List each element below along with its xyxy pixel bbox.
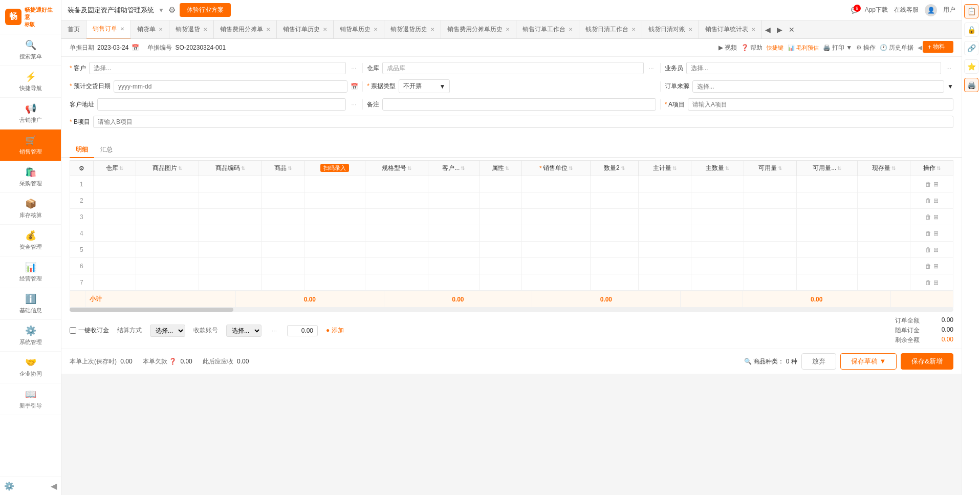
detail-tab-0[interactable]: 明细 <box>70 142 94 158</box>
rs-btn-3[interactable]: 🔗 <box>964 41 978 55</box>
save-new-button[interactable]: 保存&新增 <box>901 353 953 370</box>
sort-icon-unit[interactable]: ⇅ <box>569 165 573 171</box>
cell-row1-action[interactable]: 🗑⊞ <box>910 176 953 192</box>
date-picker-icon[interactable]: 📅 <box>132 44 139 51</box>
profit-btn[interactable]: 📊 毛利预估 <box>788 44 819 52</box>
shortcut-btn[interactable]: 快捷键 <box>767 44 783 52</box>
remark-input[interactable] <box>382 98 656 111</box>
delivery-input[interactable] <box>114 80 347 93</box>
tab-close-all-btn[interactable]: ✕ <box>786 26 798 34</box>
tab-close-1[interactable]: ✕ <box>120 26 124 32</box>
sidebar-item-5[interactable]: 📦库存核算 <box>0 193 61 225</box>
tab-close-6[interactable]: ✕ <box>374 27 378 32</box>
tab-close-10[interactable]: ✕ <box>631 27 636 32</box>
order-source-dropdown-icon[interactable]: ▼ <box>947 83 953 90</box>
discard-button[interactable]: 放弃 <box>801 353 836 370</box>
tab-1[interactable]: 销售订单✕ <box>86 20 131 39</box>
delete-icon-row6[interactable]: 🗑 <box>925 263 931 270</box>
sort-icon-main_unit[interactable]: ⇅ <box>672 165 677 171</box>
copy-icon-row5[interactable]: ⊞ <box>933 246 939 253</box>
system-dropdown-icon[interactable]: ▼ <box>158 7 164 14</box>
delete-icon-row2[interactable]: 🗑 <box>925 197 931 204</box>
sidebar-item-8[interactable]: ℹ️基础信息 <box>0 288 61 320</box>
tab-2[interactable]: 销货单✕ <box>131 20 169 39</box>
copy-icon-row1[interactable]: ⊞ <box>933 181 939 188</box>
online-service-link[interactable]: 在线客服 <box>894 6 919 14</box>
sort-icon-customer_code[interactable]: ⇅ <box>461 165 465 171</box>
sort-icon-available2[interactable]: ⇅ <box>837 165 841 171</box>
copy-icon-row3[interactable]: ⊞ <box>933 213 939 221</box>
prev-record-icon[interactable]: ◀ <box>918 44 922 51</box>
tab-9[interactable]: 销售订单工作台✕ <box>516 20 579 39</box>
salesperson-more-icon[interactable]: ··· <box>944 64 953 72</box>
sidebar-item-7[interactable]: 📊经营管理 <box>0 256 61 288</box>
sidebar-item-10[interactable]: 🤝企业协同 <box>0 352 61 383</box>
solution-button[interactable]: 体验行业方案 <box>180 3 231 17</box>
sort-icon-qty2[interactable]: ⇅ <box>621 165 625 171</box>
copy-icon-row2[interactable]: ⊞ <box>933 197 939 204</box>
tab-5[interactable]: 销售订单历史✕ <box>277 20 334 39</box>
help-btn[interactable]: ❓ 帮助 <box>741 44 763 52</box>
tab-close-9[interactable]: ✕ <box>569 27 573 32</box>
date-value[interactable]: 2023-03-24 <box>97 44 128 51</box>
b-project-input[interactable] <box>93 116 953 128</box>
tab-7[interactable]: 销货退货历史✕ <box>384 20 441 39</box>
detail-tab-1[interactable]: 汇总 <box>94 142 119 158</box>
rs-btn-1[interactable]: 📋 <box>964 4 978 18</box>
cell-row3-action[interactable]: 🗑⊞ <box>910 209 953 225</box>
one-click-label[interactable]: 一键收订金 <box>70 326 109 335</box>
sort-icon-spec[interactable]: ⇅ <box>407 165 411 171</box>
video-btn[interactable]: ▶ 视频 <box>718 44 737 52</box>
print-btn[interactable]: 🖨️ 打印 ▼ <box>823 44 852 52</box>
operation-btn[interactable]: ⚙ 操作 <box>856 44 876 52</box>
col-settings-icon[interactable]: ⚙ <box>79 165 84 172</box>
delete-icon-row3[interactable]: 🗑 <box>925 213 931 221</box>
sort-icon-available[interactable]: ⇅ <box>778 165 782 171</box>
account-select[interactable]: 选择... <box>226 325 262 337</box>
sort-icon-image[interactable]: ⇅ <box>178 165 182 171</box>
materials-btn[interactable]: + 物料 <box>923 41 953 53</box>
invoice-select[interactable]: 不开票 ▼ <box>399 79 450 93</box>
tab-close-5[interactable]: ✕ <box>323 27 327 32</box>
warehouse-input[interactable] <box>382 62 643 74</box>
cell-row5-action[interactable]: 🗑⊞ <box>910 242 953 258</box>
payment-select[interactable]: 选择... <box>150 325 185 337</box>
cell-row7-action[interactable]: 🗑⊞ <box>910 274 953 291</box>
sort-icon-main_qty[interactable]: ⇅ <box>725 165 729 171</box>
sort-icon-action[interactable]: ⇅ <box>937 165 941 171</box>
delete-icon-row4[interactable]: 🗑 <box>925 230 931 237</box>
sidebar-item-6[interactable]: 💰资金管理 <box>0 225 61 256</box>
address-input[interactable] <box>97 98 346 111</box>
tab-8[interactable]: 销售费用分摊单历史✕ <box>441 20 516 39</box>
tab-close-2[interactable]: ✕ <box>159 27 163 32</box>
sidebar-item-1[interactable]: ⚡快捷导航 <box>0 66 61 98</box>
rs-btn-5[interactable]: 🖨️ <box>964 78 978 92</box>
tab-close-8[interactable]: ✕ <box>506 27 510 32</box>
copy-icon-row7[interactable]: ⊞ <box>933 279 939 286</box>
delete-icon-row7[interactable]: 🗑 <box>925 279 931 286</box>
delete-icon-row5[interactable]: 🗑 <box>925 246 931 253</box>
salesperson-input[interactable] <box>686 62 941 74</box>
delivery-calendar-icon[interactable]: 📅 <box>351 83 358 90</box>
sidebar-item-0[interactable]: 🔍搜索菜单 <box>0 34 61 66</box>
tab-6[interactable]: 销货单历史✕ <box>334 20 384 39</box>
order-source-input[interactable] <box>692 80 944 93</box>
history-btn[interactable]: 🕐 历史单据 <box>880 44 913 52</box>
customer-more-icon[interactable]: ··· <box>349 64 358 72</box>
customer-input[interactable] <box>89 62 346 74</box>
tab-4[interactable]: 销售费用分摊单✕ <box>214 20 277 39</box>
sort-icon-current[interactable]: ⇅ <box>891 165 896 171</box>
sidebar-item-2[interactable]: 📢营销推广 <box>0 98 61 130</box>
tab-10[interactable]: 钱货日清工作台✕ <box>579 20 642 39</box>
cell-row2-action[interactable]: 🗑⊞ <box>910 192 953 209</box>
sort-icon-attr[interactable]: ⇅ <box>505 165 509 171</box>
message-badge[interactable]: 💬 9 <box>851 7 859 14</box>
tab-close-4[interactable]: ✕ <box>266 27 270 32</box>
rs-btn-2[interactable]: 🔒 <box>964 23 978 37</box>
scan-btn[interactable]: 扫码录入 <box>320 164 349 172</box>
tab-close-3[interactable]: ✕ <box>203 27 207 32</box>
copy-icon-row4[interactable]: ⊞ <box>933 230 939 237</box>
one-click-checkbox[interactable] <box>70 327 76 334</box>
tab-3[interactable]: 销货退货✕ <box>169 20 214 39</box>
table-scroll[interactable] <box>70 308 953 312</box>
